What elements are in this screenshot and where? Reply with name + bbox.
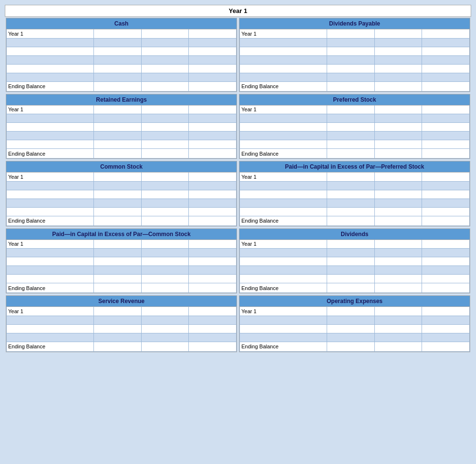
service-revenue-table: Year 1 xyxy=(6,307,237,352)
table-row: Year 1 xyxy=(240,307,470,316)
table-row xyxy=(7,114,237,123)
table-row: Year 1 xyxy=(7,172,237,181)
table-row xyxy=(7,132,237,140)
dividends-payable-table: Year 1 xyxy=(239,29,470,92)
paid-in-preferred-section: Paid—in Capital in Excess of Par—Preferr… xyxy=(239,161,470,226)
table-row xyxy=(240,47,470,55)
ending-balance-label: Ending Balance xyxy=(7,81,94,91)
table-row xyxy=(7,316,237,324)
ending-balance-row: Ending Balance xyxy=(7,283,237,293)
table-row xyxy=(240,55,470,64)
year-label: Year 1 xyxy=(240,29,327,38)
ending-balance-row: Ending Balance xyxy=(7,342,237,351)
cash-header: Cash xyxy=(6,18,237,29)
table-row xyxy=(240,266,470,275)
ending-balance-label: Ending Balance xyxy=(240,216,327,225)
year-label: Year 1 xyxy=(240,307,327,316)
table-row xyxy=(240,199,470,207)
table-row xyxy=(7,275,237,283)
table-row xyxy=(7,55,237,64)
cash-section: Cash Year 1 xyxy=(6,18,237,92)
retained-earnings-table: Year 1 xyxy=(6,106,237,159)
operating-expenses-table: Year 1 xyxy=(239,307,470,352)
table-row xyxy=(7,324,237,333)
year-label: Year 1 xyxy=(240,106,327,114)
table-row xyxy=(240,333,470,342)
table-row xyxy=(7,190,237,199)
table-row xyxy=(7,333,237,342)
table-row: Year 1 xyxy=(7,29,237,38)
table-row xyxy=(7,181,237,190)
ending-balance-row: Ending Balance xyxy=(240,283,470,293)
ending-balance-label: Ending Balance xyxy=(240,283,327,293)
preferred-stock-section: Preferred Stock Year 1 xyxy=(239,94,470,159)
ending-balance-label: Ending Balance xyxy=(240,149,327,159)
table-row xyxy=(7,266,237,275)
table-row xyxy=(240,275,470,283)
year-label: Year 1 xyxy=(7,240,94,249)
year-label: Year 1 xyxy=(7,106,94,114)
paid-in-preferred-table: Year 1 xyxy=(239,172,470,226)
year-label: Year 1 xyxy=(240,172,327,181)
table-row: Year 1 xyxy=(240,106,470,114)
service-revenue-section: Service Revenue Year 1 xyxy=(6,295,237,352)
year-label: Year 1 xyxy=(7,172,94,181)
table-row: Year 1 xyxy=(240,240,470,249)
table-row xyxy=(7,140,237,149)
dividends-payable-section: Dividends Payable Year 1 xyxy=(239,18,470,92)
table-row: Year 1 xyxy=(240,172,470,181)
ending-balance-label: Ending Balance xyxy=(7,216,94,225)
service-revenue-header: Service Revenue xyxy=(6,296,237,307)
ending-balance-row: Ending Balance xyxy=(7,81,237,91)
ending-balance-row: Ending Balance xyxy=(240,342,470,351)
table-row xyxy=(240,324,470,333)
cash-table: Year 1 xyxy=(6,29,237,92)
year-label: Year 1 xyxy=(7,307,94,316)
paid-in-common-table: Year 1 xyxy=(6,240,237,293)
table-row: Year 1 xyxy=(240,29,470,38)
preferred-stock-header: Preferred Stock xyxy=(239,94,470,106)
operating-expenses-header: Operating Expenses xyxy=(239,296,470,307)
table-row xyxy=(240,190,470,199)
retained-earnings-header: Retained Earnings xyxy=(6,94,237,106)
table-row xyxy=(240,249,470,257)
paid-in-common-header: Paid—in Capital in Excess of Par—Common … xyxy=(6,229,237,240)
table-row xyxy=(240,181,470,190)
common-stock-section: Common Stock Year 1 xyxy=(6,161,237,226)
table-row: Year 1 xyxy=(7,240,237,249)
table-row xyxy=(240,316,470,324)
ending-balance-row: Ending Balance xyxy=(240,81,470,91)
ending-balance-label: Ending Balance xyxy=(7,342,94,351)
ending-balance-label: Ending Balance xyxy=(240,342,327,351)
common-stock-table: Year 1 xyxy=(6,172,237,226)
table-row xyxy=(240,132,470,140)
table-row xyxy=(240,73,470,81)
table-row xyxy=(240,123,470,132)
dividends-header: Dividends xyxy=(239,229,470,240)
year-label: Year 1 xyxy=(240,240,327,249)
dividends-payable-header: Dividends Payable xyxy=(239,18,470,29)
main-title: Year 1 xyxy=(5,5,471,17)
table-row xyxy=(7,73,237,81)
dividends-section: Dividends Year 1 xyxy=(239,228,470,294)
ending-balance-label: Ending Balance xyxy=(7,149,94,159)
table-row xyxy=(240,38,470,47)
ending-balance-label: Ending Balance xyxy=(7,283,94,293)
common-stock-header: Common Stock xyxy=(6,161,237,172)
year-label: Year 1 xyxy=(7,29,94,38)
table-row xyxy=(240,207,470,216)
table-row xyxy=(7,257,237,266)
table-row xyxy=(7,47,237,55)
ending-balance-label: Ending Balance xyxy=(240,81,327,91)
table-row: Year 1 xyxy=(7,307,237,316)
table-row xyxy=(7,123,237,132)
table-row xyxy=(7,199,237,207)
ending-balance-row: Ending Balance xyxy=(240,216,470,225)
paid-in-common-section: Paid—in Capital in Excess of Par—Common … xyxy=(6,228,237,294)
table-row xyxy=(7,64,237,73)
table-row xyxy=(240,64,470,73)
table-row: Year 1 xyxy=(7,106,237,114)
ending-balance-row: Ending Balance xyxy=(7,149,237,159)
table-row xyxy=(240,140,470,149)
ending-balance-row: Ending Balance xyxy=(240,149,470,159)
